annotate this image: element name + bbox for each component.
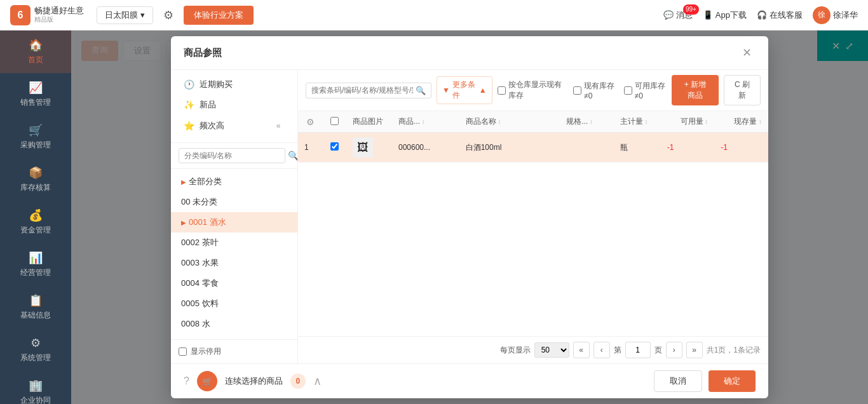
sidebar-item-home[interactable]: 🏠 首页	[0, 30, 71, 73]
category-fruit[interactable]: 0003 水果	[171, 253, 297, 273]
sidebar-item-purchase[interactable]: 🛒 采购管理	[0, 116, 71, 158]
stock-not-zero-checkbox[interactable]: 现有库存≠0	[573, 81, 616, 100]
logo-text: 畅捷通好生意 精品版	[34, 6, 84, 25]
filter-button[interactable]: ▼ 更多条件 ▲	[437, 76, 492, 104]
sidebar-item-sales[interactable]: 📈 销售管理	[0, 73, 71, 116]
collapse-icon[interactable]: «	[272, 119, 285, 132]
table-row[interactable]: 1 🖼 000600... 白酒100ml 瓶	[298, 133, 768, 163]
page-size-select[interactable]: 50 100 200	[534, 342, 569, 358]
basics-icon: 📋	[29, 293, 43, 307]
refresh-button[interactable]: C 刷新	[724, 75, 761, 105]
trial-button[interactable]: 体验行业方案	[184, 6, 254, 25]
product-code: 000600...	[392, 133, 459, 163]
col-header-available[interactable]: 可用量	[661, 111, 715, 133]
system-icon: ⚙	[31, 336, 41, 350]
right-panel: 🔍 ▼ 更多条件 ▲ 按仓库显示现有库存	[298, 70, 768, 363]
cart-icon: 🛒	[202, 377, 212, 386]
category-all[interactable]: ▶ 全部分类	[171, 172, 297, 192]
page-number-input[interactable]	[625, 342, 651, 358]
row-checkbox[interactable]	[330, 142, 339, 151]
navbar: 6 畅捷通好生意 精品版 日太阳膜 ▾ ⚙ 体验行业方案 💬 消息 99+ 📱 …	[0, 0, 868, 30]
sales-icon: 📈	[29, 81, 43, 95]
column-settings-icon[interactable]: ⚙	[306, 117, 315, 127]
filter-icon: ▼	[442, 86, 450, 95]
service-button[interactable]: 🎧 在线客服	[757, 10, 803, 21]
recent-icon: 🕐	[184, 79, 194, 90]
store-selector[interactable]: 日太阳膜 ▾	[97, 6, 153, 24]
product-reference-modal: 商品参照 ✕ 🕐 近期购买	[171, 36, 768, 398]
col-header-spec[interactable]: 规格...	[560, 111, 614, 133]
category-appliance[interactable]: 0010 家电	[171, 334, 297, 339]
headset-icon: 🎧	[757, 10, 767, 20]
sidebar-item-inventory[interactable]: 📦 库存核算	[0, 158, 71, 201]
last-page-button[interactable]: »	[686, 342, 703, 358]
tab-new-products[interactable]: ✨ 新品	[179, 95, 290, 114]
sidebar-item-enterprise[interactable]: 🏢 企业协同	[0, 371, 71, 404]
operations-icon: 📊	[29, 251, 43, 265]
help-icon[interactable]: ?	[184, 375, 189, 387]
category-liquor[interactable]: ▶ 0001 酒水	[171, 212, 297, 232]
star-icon: ⭐	[184, 121, 194, 131]
new-icon: ✨	[184, 100, 194, 110]
warehouse-display-checkbox[interactable]: 按仓库显示现有库存	[498, 79, 566, 101]
category-search-input[interactable]	[179, 148, 285, 163]
main-layout: 🏠 首页 📈 销售管理 🛒 采购管理 📦 库存核算 💰 资金管理 📊 经营管理 …	[0, 30, 868, 404]
first-page-button[interactable]: «	[573, 342, 590, 358]
category-water[interactable]: 0008 水	[171, 314, 297, 334]
message-badge: 99+	[683, 4, 699, 15]
category-snack[interactable]: 0004 零食	[171, 273, 297, 293]
product-table-container: ⚙ 商品图片 商品... 商品名称 规格... 主计量 可用量 现存量	[298, 111, 768, 336]
modal-close-button[interactable]: ✕	[738, 44, 756, 62]
pagination: 每页显示 50 100 200 « ‹	[298, 336, 768, 363]
home-icon: 🏠	[29, 38, 43, 52]
footer-actions: 取消 确定	[654, 370, 756, 392]
finance-icon: 💰	[29, 208, 43, 222]
cart-count: 0	[290, 374, 306, 389]
prev-page-button[interactable]: ‹	[593, 342, 610, 358]
tab-frequent[interactable]: ⭐ 频次高 «	[179, 116, 290, 136]
sidebar-item-finance[interactable]: 💰 资金管理	[0, 201, 71, 243]
left-panel: 🕐 近期购买 ✨ 新品 ⭐ 频次高 «	[171, 70, 298, 363]
modal-title: 商品参照	[184, 47, 222, 59]
cancel-button[interactable]: 取消	[654, 370, 702, 392]
select-all-checkbox[interactable]	[330, 117, 339, 125]
messages-button[interactable]: 💬 消息 99+	[663, 10, 693, 21]
sidebar-item-basics[interactable]: 📋 基础信息	[0, 286, 71, 328]
search-box: 🔍	[306, 83, 431, 98]
product-unit: 瓶	[614, 133, 661, 163]
product-search-input[interactable]	[311, 86, 413, 95]
col-header-stock[interactable]: 现存量	[714, 111, 768, 133]
add-product-button[interactable]: + 新增商品	[672, 75, 719, 105]
sidebar-item-system[interactable]: ⚙ 系统管理	[0, 328, 71, 371]
avatar: 徐	[813, 6, 831, 24]
arrow-icon: ▶	[181, 178, 186, 185]
page-info: 共1页，1条记录	[707, 345, 761, 356]
user-menu[interactable]: 徐 徐泽华	[813, 6, 858, 24]
col-header-code[interactable]: 商品...	[392, 111, 459, 133]
navbar-right: 💬 消息 99+ 📱 App下载 🎧 在线客服 徐 徐泽华	[663, 6, 858, 24]
modal-body: 🕐 近期购买 ✨ 新品 ⭐ 频次高 «	[171, 70, 768, 363]
logo: 6 畅捷通好生意 精品版	[10, 5, 84, 25]
cart-label: 连续选择的商品	[225, 375, 283, 387]
left-panel-footer: 显示停用	[171, 339, 297, 363]
inventory-icon: 📦	[29, 166, 43, 180]
cart-button[interactable]: 🛒	[197, 371, 217, 391]
next-page-button[interactable]: ›	[666, 342, 682, 358]
footer-collapse-icon[interactable]: ∧	[313, 374, 322, 388]
search-icon[interactable]: 🔍	[288, 151, 298, 161]
tab-recent-purchase[interactable]: 🕐 近期购买	[179, 75, 290, 94]
category-list: ▶ 全部分类 00 未分类 ▶ 0001 酒水 0002 茶	[171, 169, 297, 339]
category-tea[interactable]: 0002 茶叶	[171, 232, 297, 253]
col-header-unit[interactable]: 主计量	[614, 111, 661, 133]
settings-icon[interactable]: ⚙	[158, 5, 179, 25]
confirm-button[interactable]: 确定	[709, 370, 756, 392]
show-disabled-checkbox[interactable]	[179, 347, 187, 356]
col-header-name[interactable]: 商品名称	[459, 111, 560, 133]
category-beverage[interactable]: 0005 饮料	[171, 293, 297, 314]
app-download-button[interactable]: 📱 App下载	[703, 10, 747, 21]
filter-checkboxes: 按仓库显示现有库存 现有库存≠0 可用库存≠0	[498, 79, 667, 101]
category-unclassified[interactable]: 00 未分类	[171, 192, 297, 212]
available-not-zero-checkbox[interactable]: 可用库存≠0	[624, 81, 667, 100]
sidebar-item-operations[interactable]: 📊 经营管理	[0, 243, 71, 286]
search-icon[interactable]: 🔍	[416, 86, 426, 95]
